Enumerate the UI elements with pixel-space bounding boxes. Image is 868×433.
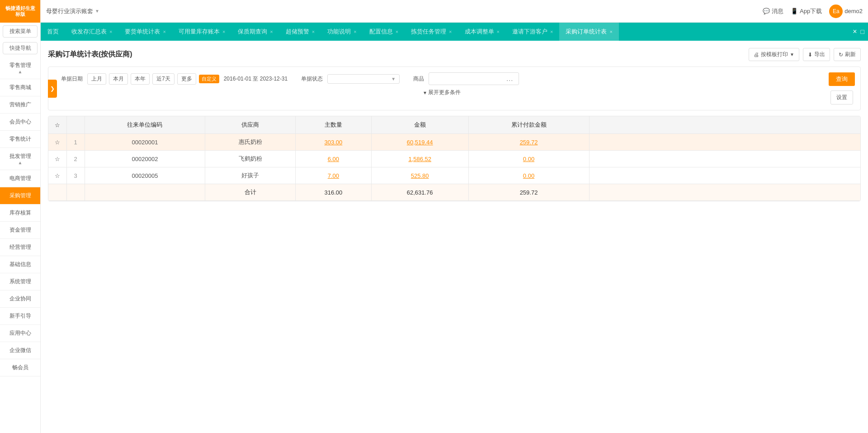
cell-amount[interactable]: 525.80 <box>371 167 468 184</box>
date-more[interactable]: 更多 <box>177 73 196 85</box>
table-footer-row: 合计 316.00 62,631.76 259.72 <box>48 184 860 201</box>
tab-close-all-button[interactable]: × <box>853 28 857 36</box>
sidebar-item-purchase[interactable]: 采购管理 <box>0 187 40 205</box>
tab-close-icon[interactable]: × <box>354 29 356 34</box>
sidebar-item-ecommerce[interactable]: 电商管理 <box>0 170 40 187</box>
tab-close-icon[interactable]: × <box>109 29 112 34</box>
download-icon: 📱 <box>791 8 798 14</box>
industry-selector[interactable]: 母婴行业演示账套 ▼ <box>46 7 99 15</box>
sidebar-item-new-guide[interactable]: 新手引导 <box>0 308 40 325</box>
chevron-down-icon: ▾ <box>424 90 426 96</box>
sidebar-item-system[interactable]: 系统管理 <box>0 273 40 290</box>
cell-star[interactable]: ☆ <box>48 167 66 184</box>
date-prev-month[interactable]: 上月 <box>87 73 106 85</box>
sidebar-item-finance[interactable]: 资金管理 <box>0 222 40 239</box>
sidebar-item-retail[interactable]: 零售管理 ▲ <box>0 57 40 79</box>
cell-paid[interactable]: 0.00 <box>468 167 589 184</box>
date-this-year[interactable]: 本年 <box>131 73 150 85</box>
goods-more-button[interactable]: … <box>504 75 515 83</box>
tab-maximize-button[interactable]: □ <box>861 28 864 35</box>
sidebar-item-enterprise-collab[interactable]: 企业协同 <box>0 290 40 308</box>
message-button[interactable]: 💬 消息 <box>763 7 783 15</box>
sidebar-item-label: 批发管理 <box>9 152 31 160</box>
goods-input[interactable]: … <box>429 72 519 85</box>
date-custom-badge[interactable]: 自定义 <box>199 75 219 83</box>
sidebar-item-retail-stats[interactable]: 零售统计 <box>0 131 40 148</box>
date-range-display: 2016-01-01 至 2023-12-31 <box>224 75 288 83</box>
nav-tab-receive-summary[interactable]: 收发存汇总表 × <box>65 23 118 41</box>
cell-quantity[interactable]: 6.00 <box>295 151 371 167</box>
nav-tab-function-desc[interactable]: 功能说明 × <box>321 23 363 41</box>
cell-star[interactable]: ☆ <box>48 134 66 151</box>
nav-tab-shelf-life[interactable]: 保质期查询 × <box>231 23 279 41</box>
sidebar-item-vip[interactable]: 畅会员 <box>0 359 40 376</box>
sidebar-item-basic-info[interactable]: 基础信息 <box>0 256 40 273</box>
tab-close-icon[interactable]: × <box>550 29 553 34</box>
cell-supplier: 惠氏奶粉 <box>205 134 296 151</box>
sidebar-quick-nav-area[interactable]: 快捷导航 <box>0 40 40 57</box>
tab-close-icon[interactable]: × <box>609 29 612 34</box>
nav-tab-label: 首页 <box>47 28 59 36</box>
tab-close-icon[interactable]: × <box>449 29 452 34</box>
print-button[interactable]: 🖨 按模板打印 ▼ <box>749 48 799 61</box>
tab-close-icon[interactable]: × <box>270 29 273 34</box>
page-title-row: 采购订单统计表(按供应商) 🖨 按模板打印 ▼ ⬇ 导出 ↻ 刷新 <box>48 48 861 61</box>
nav-tab-available-inventory[interactable]: 可用量库存账本 × <box>172 23 231 41</box>
sidebar-item-marketing[interactable]: 营销推广 <box>0 96 40 114</box>
refresh-button[interactable]: ↻ 刷新 <box>834 48 861 61</box>
table-row: ☆ 1 00020001 惠氏奶粉 303.00 60,519.44 259.7… <box>48 134 860 151</box>
sidebar-item-label: 会员中心 <box>9 118 31 126</box>
nav-tab-config-info[interactable]: 配置信息 × <box>363 23 405 41</box>
cell-star[interactable]: ☆ <box>48 151 66 167</box>
chevron-down-icon: ▲ <box>18 69 23 74</box>
tab-close-icon[interactable]: × <box>163 29 165 34</box>
tab-close-icon[interactable]: × <box>222 29 225 34</box>
nav-tab-purchase-summary[interactable]: 采购订单统计表 × <box>559 23 618 41</box>
nav-tab-label: 采购订单统计表 <box>566 28 607 36</box>
export-button[interactable]: ⬇ 导出 <box>803 48 830 61</box>
sidebar-item-label: 企业协同 <box>9 295 31 303</box>
nav-tab-home[interactable]: 首页 <box>41 23 65 41</box>
sidebar-item-inventory[interactable]: 库存核算 <box>0 205 40 222</box>
nav-tab-cost-adjust[interactable]: 成本调整单 × <box>458 23 506 41</box>
nav-tab-invite-downstream[interactable]: 邀请下游客户 × <box>506 23 559 41</box>
sidebar-item-members[interactable]: 会员中心 <box>0 114 40 131</box>
nav-tab-label: 收发存汇总表 <box>71 28 107 36</box>
nav-tab-overstock[interactable]: 超储预警 × <box>279 23 321 41</box>
tab-close-icon[interactable]: × <box>312 29 315 34</box>
sidebar-search-area[interactable]: 搜索菜单 <box>0 23 40 40</box>
cell-quantity[interactable]: 7.00 <box>295 167 371 184</box>
sidebar-item-retail-mall[interactable]: 零售商城 <box>0 79 40 96</box>
chevron-down-icon: ▲ <box>18 160 23 165</box>
sidebar-quick-nav-button[interactable]: 快捷导航 <box>3 42 38 54</box>
sidebar-item-wholesale[interactable]: 批发管理 ▲ <box>0 148 40 170</box>
cell-paid[interactable]: 0.00 <box>468 151 589 167</box>
status-select[interactable]: ▼ <box>327 74 400 84</box>
chevron-down-icon: ▼ <box>95 9 99 14</box>
th-paid: 累计付款金额 <box>468 116 589 134</box>
cell-amount[interactable]: 60,519.44 <box>371 134 468 151</box>
nav-tab-label: 配置信息 <box>369 28 393 36</box>
cell-quantity[interactable]: 303.00 <box>295 134 371 151</box>
date-last-7-days[interactable]: 近7天 <box>152 73 175 85</box>
cell-paid[interactable]: 259.72 <box>468 134 589 151</box>
footer-quantity: 316.00 <box>295 184 371 201</box>
sidebar-search-button[interactable]: 搜索菜单 <box>3 25 38 38</box>
sidebar-item-operations[interactable]: 经营管理 <box>0 239 40 256</box>
app-download-button[interactable]: 📱 App下载 <box>791 7 822 15</box>
query-button[interactable]: 查询 <box>829 72 855 86</box>
user-avatar[interactable]: Ea demo2 <box>829 5 863 18</box>
sidebar-item-enterprise-wechat[interactable]: 企业微信 <box>0 342 40 359</box>
sidebar-item-label: 系统管理 <box>9 278 31 285</box>
sidebar-item-app-center[interactable]: 应用中心 <box>0 325 40 342</box>
nav-tab-requisition[interactable]: 要货单统计表 × <box>118 23 172 41</box>
nav-tab-pick-task[interactable]: 拣货任务管理 × <box>405 23 458 41</box>
tab-close-icon[interactable]: × <box>396 29 398 34</box>
filter-toggle-button[interactable]: ❯ <box>48 80 57 98</box>
expand-filter-button[interactable]: ▾ 展开更多条件 <box>424 89 461 96</box>
cell-amount[interactable]: 1,586.52 <box>371 151 468 167</box>
date-this-month[interactable]: 本月 <box>109 73 128 85</box>
cell-code: 00020005 <box>85 167 205 184</box>
settings-button[interactable]: 设置 <box>830 90 853 105</box>
tab-close-icon[interactable]: × <box>497 29 500 34</box>
